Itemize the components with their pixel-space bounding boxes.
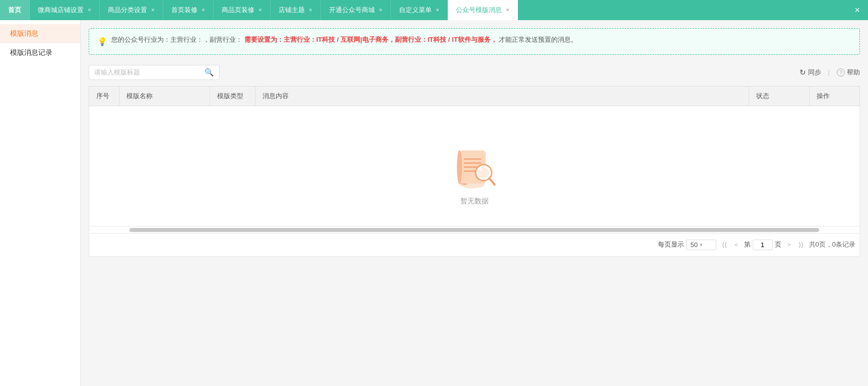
- sidebar-item-template-msg-log[interactable]: 模版消息记录: [0, 43, 80, 62]
- search-icon[interactable]: 🔍: [205, 68, 214, 77]
- nav-tab-custom-menu[interactable]: 自定义菜单 ×: [391, 0, 448, 20]
- close-shop-settings[interactable]: ×: [88, 7, 91, 14]
- sync-label: 同步: [808, 68, 821, 77]
- nav-tab-home[interactable]: 首页: [0, 0, 30, 20]
- page-size-select: 每页显示 50 ▾: [658, 240, 716, 250]
- total-info: 共0页，0条记录: [809, 240, 855, 249]
- page-input-wrap: 第 页: [744, 240, 781, 250]
- page-size-value: 50: [691, 241, 698, 249]
- help-label: 帮助: [847, 68, 860, 77]
- home-tab-label: 首页: [8, 6, 21, 15]
- open-mp-label: 开通公众号商城: [329, 6, 375, 15]
- col-action: 操作: [810, 86, 860, 106]
- scrollbar-row[interactable]: [89, 226, 860, 234]
- template-msg-label: 公众号模版消息: [456, 6, 502, 15]
- col-content: 消息内容: [255, 86, 749, 106]
- close-all-tabs[interactable]: ×: [846, 0, 868, 20]
- nav-tab-product-decoration[interactable]: 商品页装修 ×: [214, 0, 271, 20]
- sync-icon: ↻: [799, 68, 806, 77]
- data-table: 序号 模版名称 模版类型 消息内容 状态 操作: [89, 86, 860, 226]
- divider: |: [828, 68, 830, 76]
- close-product-decoration[interactable]: ×: [258, 7, 262, 14]
- search-input[interactable]: [94, 68, 205, 76]
- notice-highlight: 需要设置为：主营行业：IT科技 / 互联网|电子商务，副营行业：IT科技 / I…: [244, 36, 497, 43]
- custom-menu-label: 自定义菜单: [399, 6, 432, 15]
- svg-point-2: [457, 150, 462, 184]
- close-template-msg[interactable]: ×: [506, 7, 509, 14]
- notice-icon: 💡: [97, 35, 107, 48]
- pagination-area: 每页显示 50 ▾ ⟨⟨ ＜ 第 页 ＞ ⟩⟩ 共0页，0条记录: [89, 234, 860, 257]
- next-page-button[interactable]: ＞: [784, 240, 794, 249]
- col-type: 模版类型: [210, 86, 255, 106]
- page-size-label: 每页显示: [658, 240, 684, 249]
- page-nav: ⟨⟨ ＜ 第 页 ＞ ⟩⟩: [720, 240, 805, 250]
- page-label-after: 页: [775, 240, 781, 249]
- search-actions: ↻ 同步 | ? 帮助: [799, 68, 860, 77]
- empty-state-row: 暂无数据: [89, 106, 860, 226]
- close-home-decoration[interactable]: ×: [202, 7, 205, 14]
- nav-tab-template-msg[interactable]: 公众号模版消息 ×: [448, 0, 518, 20]
- notice-text-before: 您的公众号行业为：主营行业：，副营行业：: [111, 36, 242, 43]
- empty-text: 暂无数据: [460, 197, 489, 206]
- table-header-row: 序号 模版名称 模版类型 消息内容 状态 操作: [89, 86, 860, 106]
- dropdown-arrow-icon: ▾: [700, 242, 703, 248]
- notice-text: 您的公众号行业为：主营行业：，副营行业： 需要设置为：主营行业：IT科技 / 互…: [111, 35, 577, 45]
- search-area: 🔍 ↻ 同步 | ? 帮助: [89, 65, 860, 80]
- last-page-button[interactable]: ⟩⟩: [797, 241, 805, 249]
- col-name: 模版名称: [119, 86, 210, 106]
- search-input-wrap[interactable]: 🔍: [89, 65, 220, 80]
- help-icon: ?: [837, 68, 845, 76]
- scrollbar-track[interactable]: [129, 228, 819, 232]
- nav-tab-open-mp[interactable]: 开通公众号商城 ×: [321, 0, 391, 20]
- main-layout: 模版消息 模版消息记录 💡 您的公众号行业为：主营行业：，副营行业： 需要设置为…: [0, 20, 868, 386]
- first-page-button[interactable]: ⟨⟨: [720, 241, 728, 249]
- close-custom-menu[interactable]: ×: [436, 7, 439, 14]
- nav-tab-shop-theme[interactable]: 店铺主题 ×: [271, 0, 321, 20]
- sidebar-template-msg-log-label: 模版消息记录: [10, 48, 52, 56]
- sidebar-template-msg-label: 模版消息: [10, 29, 38, 37]
- nav-tab-category-settings[interactable]: 商品分类设置 ×: [100, 0, 163, 20]
- page-input[interactable]: [753, 240, 773, 250]
- close-open-mp[interactable]: ×: [379, 7, 382, 14]
- shop-theme-label: 店铺主题: [279, 6, 305, 15]
- sidebar-item-template-msg[interactable]: 模版消息: [0, 24, 80, 43]
- sync-button[interactable]: ↻ 同步: [799, 68, 821, 77]
- nav-tab-shop-settings[interactable]: 微商城店铺设置 ×: [30, 0, 100, 20]
- top-nav: 首页 微商城店铺设置 × 商品分类设置 × 首页装修 × 商品页装修 × 店铺主…: [0, 0, 868, 20]
- prev-page-button[interactable]: ＜: [731, 240, 741, 249]
- category-settings-label: 商品分类设置: [108, 6, 147, 15]
- notice-banner: 💡 您的公众号行业为：主营行业：，副营行业： 需要设置为：主营行业：IT科技 /…: [89, 28, 860, 55]
- notice-text-after: 才能正常发送预置的消息。: [499, 36, 577, 43]
- col-index: 序号: [89, 86, 119, 106]
- nav-tab-home-decoration[interactable]: 首页装修 ×: [163, 0, 214, 20]
- shop-settings-label: 微商城店铺设置: [38, 6, 84, 15]
- main-content: 💡 您的公众号行业为：主营行业：，副营行业： 需要设置为：主营行业：IT科技 /…: [81, 20, 868, 386]
- col-status: 状态: [749, 86, 810, 106]
- home-decoration-label: 首页装修: [171, 6, 197, 15]
- product-decoration-label: 商品页装修: [222, 6, 254, 15]
- page-label-before: 第: [744, 240, 751, 249]
- close-shop-theme[interactable]: ×: [309, 7, 312, 14]
- sidebar: 模版消息 模版消息记录: [0, 20, 81, 386]
- help-button[interactable]: ? 帮助: [837, 68, 860, 77]
- svg-line-9: [489, 178, 495, 185]
- table-body: 暂无数据: [89, 106, 860, 226]
- page-size-dropdown[interactable]: 50 ▾: [686, 240, 716, 250]
- empty-illustration: [444, 136, 505, 197]
- svg-point-10: [479, 168, 482, 171]
- empty-state: 暂无数据: [89, 106, 859, 226]
- close-category-settings[interactable]: ×: [151, 7, 155, 14]
